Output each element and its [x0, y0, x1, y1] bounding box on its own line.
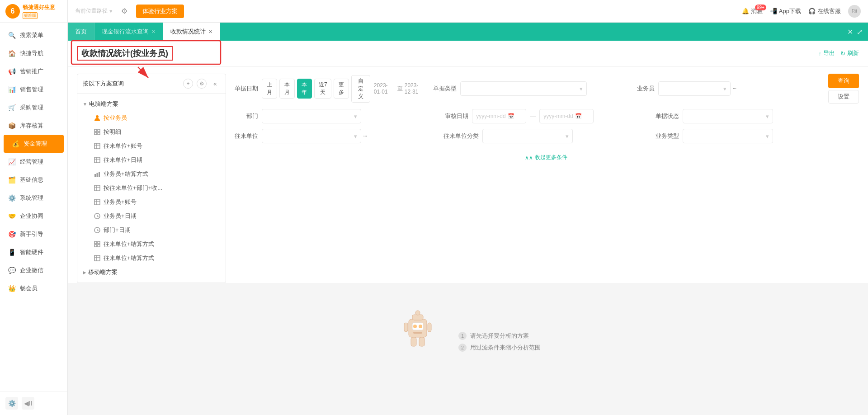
robot-illustration: [395, 301, 440, 355]
download-icon: 📲: [770, 8, 777, 14]
sidebar-item-wechat[interactable]: 💬 企业微信: [0, 261, 67, 279]
bill-date-label: 单据日期: [233, 85, 258, 93]
date-btn-this-month[interactable]: 本月: [279, 79, 295, 99]
user-name: Rit: [852, 9, 857, 14]
scheme-item-unit-dept[interactable]: 按往来单位+部门+收...: [88, 181, 224, 195]
table-icon-2: [94, 156, 101, 164]
app-download-label: App下载: [779, 7, 801, 15]
date-btn-7days[interactable]: 近7天: [314, 79, 331, 99]
scheme-item-unit-date[interactable]: 往来单位+日期: [88, 153, 224, 167]
scheme-add-button[interactable]: +: [183, 79, 193, 89]
date-btn-custom[interactable]: 自定义: [351, 75, 370, 103]
scheme-item-staff-date[interactable]: 业务员+日期: [88, 209, 224, 223]
counterpart-more-button[interactable]: ···: [363, 132, 366, 140]
enterprise-icon: 🤝: [7, 212, 16, 221]
placeholder-steps: 1 请先选择要分析的方案 2 用过滤条件来缩小分析范围: [458, 332, 541, 355]
sidebar-item-operation[interactable]: 📈 经营管理: [0, 153, 67, 171]
breadcrumb-text: 当前位置路径: [75, 7, 108, 15]
scheme-item-label: 往来单位+结算方式: [104, 254, 154, 262]
refresh-button[interactable]: ↻ 刷新: [840, 49, 859, 57]
bill-date-field: 单据日期 上月 本月 本年 近7天 更多 自定义 2023-01-01 至: [233, 75, 426, 103]
date-range-display: 2023-01-01 至 2023-12-31: [374, 82, 426, 95]
scheme-item-unit-settle1[interactable]: 往来单位+结算方式: [88, 237, 224, 251]
footer-collapse-button[interactable]: ◀II: [22, 397, 34, 410]
date-btn-more[interactable]: 更多: [334, 79, 349, 99]
sidebar-item-enterprise[interactable]: 🤝 企业协同: [0, 207, 67, 225]
tab-collection[interactable]: 收款情况统计 ✕: [163, 23, 220, 41]
guide-icon: 🎯: [7, 230, 16, 239]
scheme-group-desktop-header[interactable]: ▼ 电脑端方案: [77, 97, 226, 111]
scheme-item-staff-settle[interactable]: 业务员+结算方式: [88, 167, 224, 181]
sidebar-item-search[interactable]: 🔍 搜索菜单: [0, 26, 67, 44]
user-avatar[interactable]: Rit: [848, 5, 861, 18]
dept-field: 部门 ▾: [233, 109, 438, 123]
scheme-settings-button[interactable]: ⚙: [197, 79, 207, 89]
scheme-item-detail[interactable]: 按明细: [88, 125, 224, 139]
scheme-panel: 按以下方案查询 + ⚙ « ▼ 电: [77, 74, 226, 283]
sidebar-item-finance[interactable]: 💰 资金管理: [4, 135, 64, 153]
counterpart-select[interactable]: ▾: [262, 129, 361, 143]
scheme-item-dept-date[interactable]: 部门+日期: [88, 223, 224, 237]
purchase-icon: 🛒: [7, 103, 16, 112]
review-date-from-input[interactable]: yyyy-mm-dd 📅: [472, 109, 526, 123]
collapse-more-button[interactable]: ∧∧ 收起更多条件: [233, 149, 859, 166]
filter-row-2: 部门 ▾ 审核日期 yyyy-mm-dd 📅 —: [233, 109, 859, 123]
bill-type-select[interactable]: ▾: [460, 81, 587, 96]
date-btn-this-year[interactable]: 本年: [297, 79, 312, 99]
online-service-button[interactable]: 🎧 在线客服: [808, 7, 841, 15]
app-download-button[interactable]: 📲 App下载: [770, 7, 801, 15]
messages-button[interactable]: 🔔 消息 99+: [742, 7, 763, 15]
query-button[interactable]: 查询: [828, 74, 859, 88]
counterpart-category-select[interactable]: ▾: [482, 129, 573, 143]
chevron-down-icon-dept: ▾: [354, 113, 357, 120]
bill-status-field: 单据状态 ▾: [654, 109, 859, 123]
maximize-icon[interactable]: ⤢: [857, 28, 863, 36]
sidebar-item-basic[interactable]: 🗂️ 基础信息: [0, 171, 67, 189]
sidebar-item-sales[interactable]: 📊 销售管理: [0, 80, 67, 99]
date-btn-last-month[interactable]: 上月: [262, 79, 277, 99]
footer-settings-button[interactable]: ⚙️: [5, 397, 18, 410]
close-all-icon[interactable]: ✕: [847, 28, 853, 36]
calendar-icon-2: 📅: [575, 113, 582, 119]
svg-point-36: [419, 325, 422, 328]
dept-select[interactable]: ▾: [262, 109, 361, 123]
scheme-item-unit-account[interactable]: 往来单位+账号: [88, 139, 224, 153]
member-icon: 👑: [7, 284, 16, 293]
sidebar-item-inventory[interactable]: 📦 库存核算: [0, 117, 67, 135]
sidebar-item-member[interactable]: 👑 畅会员: [0, 279, 67, 297]
sidebar-item-system[interactable]: ⚙️ 系统管理: [0, 189, 67, 207]
review-date-to-input[interactable]: yyyy-mm-dd 📅: [539, 109, 594, 123]
step-2-text: 用过滤条件来缩小分析范围: [470, 344, 541, 352]
sidebar-item-purchase[interactable]: 🛒 采购管理: [0, 99, 67, 117]
scheme-collapse-button[interactable]: «: [210, 79, 220, 89]
refresh-label: 刷新: [847, 49, 859, 57]
trial-button[interactable]: 体验行业方案: [136, 5, 184, 18]
svg-rect-41: [419, 337, 425, 346]
sidebar-item-quicknav[interactable]: 🏠 快捷导航: [0, 44, 67, 62]
svg-rect-37: [413, 332, 422, 334]
scheme-item-staff-account[interactable]: 业务员+账号: [88, 195, 224, 209]
review-date-field: 审核日期 yyyy-mm-dd 📅 — yyyy-mm-dd 📅: [443, 109, 648, 123]
logo-badge: 标准版: [23, 12, 38, 19]
tab-home[interactable]: 首页: [68, 23, 94, 41]
topbar-settings-button[interactable]: ⚙: [118, 5, 131, 18]
staff-more-button[interactable]: ···: [732, 85, 736, 93]
scheme-item-label: 按明细: [104, 128, 121, 136]
sidebar-item-marketing[interactable]: 📢 营销推广: [0, 62, 67, 80]
sidebar-item-newguide[interactable]: 🎯 新手引导: [0, 225, 67, 243]
staff-select[interactable]: ▾: [658, 81, 731, 96]
scheme-item-staff[interactable]: 按业务员: [88, 111, 224, 125]
export-button[interactable]: ↑ 导出: [819, 49, 835, 57]
tab-bank-close-icon[interactable]: ✕: [151, 29, 156, 35]
tab-bank[interactable]: 现金银行流水查询 ✕: [94, 23, 163, 41]
sidebar-item-smarthw[interactable]: 📱 智能硬件: [0, 243, 67, 261]
business-type-select[interactable]: ▾: [683, 129, 773, 143]
logo-name: 畅捷通好生意: [23, 4, 55, 11]
scheme-item-unit-settle2[interactable]: 往来单位+结算方式: [88, 251, 224, 265]
date-to: 2023-12-31: [405, 82, 426, 95]
filter-settings-button[interactable]: 设置: [828, 90, 859, 104]
bill-status-select[interactable]: ▾: [683, 109, 773, 123]
scheme-item-label: 往来单位+结算方式: [104, 240, 154, 248]
scheme-group-mobile-header[interactable]: ▶ 移动端方案: [77, 265, 226, 279]
tab-collection-close-icon[interactable]: ✕: [208, 29, 212, 35]
